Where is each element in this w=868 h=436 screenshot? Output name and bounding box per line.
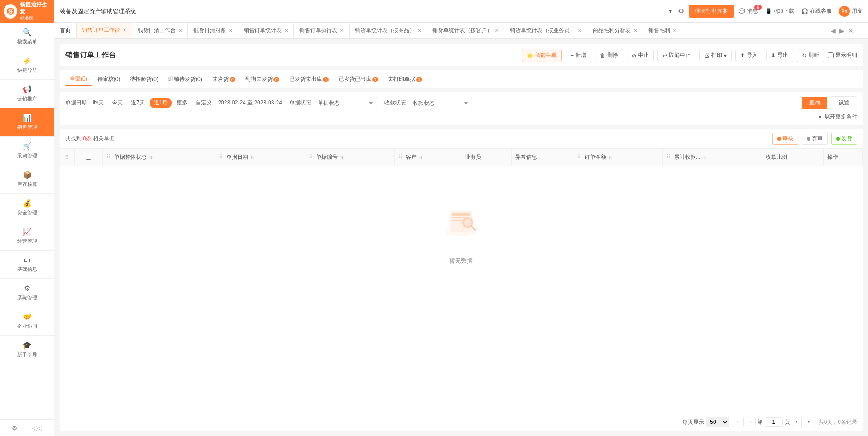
tab-margin[interactable]: 商品毛利分析表 ✕	[587, 23, 643, 39]
th-checkbox[interactable]	[74, 149, 103, 166]
tab-cash-daily[interactable]: 钱货日清工作台 ✕	[132, 23, 188, 39]
topbar-settings-icon[interactable]: ⚙	[678, 7, 684, 15]
tab-close-sales-profit[interactable]: ✕	[673, 28, 676, 33]
review-action-btn[interactable]: 审核	[772, 133, 798, 145]
sidebar-item-finance[interactable]: 💰 资金管理	[0, 194, 54, 222]
show-detail-input[interactable]	[828, 52, 834, 58]
tab-sales-profit[interactable]: 销售毛利 ✕	[643, 23, 682, 39]
tab-home[interactable]: 首页	[54, 23, 77, 39]
settings-footer-btn[interactable]: ⚙	[12, 424, 18, 431]
filter-payment-select[interactable]: 收款状态	[409, 97, 472, 109]
sidebar-item-guide[interactable]: 🎓 新手引导	[0, 336, 54, 364]
tabs-close-all-icon[interactable]: ✕	[847, 26, 854, 35]
tabs-fullscreen-icon[interactable]: ⛶	[856, 26, 864, 35]
filter-time-more[interactable]: 更多	[173, 98, 191, 108]
topbar-user[interactable]: Ea 用友	[839, 6, 863, 17]
sort-icon-date[interactable]: ⇅	[250, 155, 254, 160]
tabs-scroll-right-icon[interactable]: ▶	[839, 26, 845, 35]
topbar-online-service[interactable]: 🎧 在线客服	[801, 7, 832, 15]
print-button[interactable]: 🖨 打印 ▾	[699, 49, 732, 62]
sort-icon-received[interactable]: ⇅	[703, 155, 706, 160]
filter-expand-btn[interactable]: ▼ 展开更多条件	[817, 113, 857, 121]
tabs-scroll-left-icon[interactable]: ◀	[830, 26, 837, 35]
sidebar-item-operation[interactable]: 📈 经营管理	[0, 222, 54, 251]
tab-cash-verify[interactable]: 钱货日清对账 ✕	[188, 23, 238, 39]
delete-button[interactable]: 🗑 删除	[595, 49, 623, 62]
show-detail-checkbox[interactable]: 显示明细	[828, 52, 857, 59]
filter-time-yesterday[interactable]: 昨天	[90, 98, 107, 108]
tab-close-cash-verify[interactable]: ✕	[229, 28, 232, 33]
sub-tab-all[interactable]: 全部(0)	[65, 72, 92, 86]
sub-tab-shipped-out[interactable]: 已发货已出库0	[334, 73, 383, 86]
tab-sales-exec[interactable]: 销售订单执行表 ✕	[294, 23, 350, 39]
topbar-module-dropdown[interactable]: ▼	[668, 8, 673, 14]
filter-time-7days[interactable]: 近7天	[128, 98, 148, 108]
prev-page-btn[interactable]: ‹	[746, 417, 756, 427]
add-button[interactable]: + 新增	[566, 49, 591, 62]
tab-sales-product[interactable]: 销货单统计表（按商品） ✕	[350, 23, 427, 39]
page-size-select[interactable]: 50 10 20 100	[706, 417, 729, 427]
tab-close-sales-customer[interactable]: ✕	[495, 28, 499, 33]
tab-close-margin[interactable]: ✕	[633, 28, 637, 33]
page-input[interactable]	[765, 417, 783, 427]
filter-area: 单据日期 昨天 今天 近7天 近1月 更多 自定义 2023-02-24 至 2…	[60, 92, 863, 125]
industry-solution-button[interactable]: 体验行业方案	[689, 5, 734, 18]
sidebar-item-shortcut[interactable]: ⚡ 快捷导航	[0, 51, 54, 80]
tab-sales-staff[interactable]: 销货单统计表（按业务员） ✕	[504, 23, 587, 39]
sort-icon-number[interactable]: ⇅	[340, 155, 344, 160]
sub-tab-not-shipped[interactable]: 未发货0	[208, 73, 240, 86]
sub-tab-pending-review[interactable]: 待审核(0)	[93, 73, 125, 86]
tab-close-sales-order[interactable]: ✕	[123, 28, 126, 33]
sub-tab-not-printed[interactable]: 未打印单据0	[384, 73, 427, 86]
tab-close-sales-staff[interactable]: ✕	[578, 28, 581, 33]
tab-close-sales-stat[interactable]: ✕	[284, 28, 288, 33]
first-page-btn[interactable]: «	[733, 417, 744, 427]
refresh-button[interactable]: ↻ 刷新	[797, 49, 824, 62]
sidebar-item-system[interactable]: ⚙ 系统管理	[0, 279, 54, 307]
sidebar-item-marketing[interactable]: 📢 营销推广	[0, 80, 54, 108]
sidebar-item-search[interactable]: 🔍 搜索菜单	[0, 23, 54, 51]
sidebar-item-enterprise[interactable]: 🤝 企业协同	[0, 307, 54, 336]
topbar-message[interactable]: 💬 消息 6	[739, 7, 758, 15]
ship-action-btn[interactable]: 发货	[831, 133, 857, 145]
export-button[interactable]: ⬇ 导出	[766, 49, 793, 62]
sidebar-item-basic[interactable]: 🗂 基础信息	[0, 251, 54, 279]
last-page-btn[interactable]: »	[804, 417, 815, 427]
settings-button[interactable]: 设置	[831, 96, 857, 109]
page-suffix: 页	[785, 418, 790, 426]
smart-create-button[interactable]: ⭐ 智能生单	[522, 49, 562, 62]
collapse-footer-btn[interactable]: ◁◁	[32, 424, 42, 431]
sub-tab-expired-not-shipped[interactable]: 到期未发货0	[241, 73, 284, 86]
search-icon: 🔍	[23, 28, 32, 37]
topbar-app-download[interactable]: 📱 App下载	[765, 7, 794, 15]
sub-tabs: 全部(0) 待审核(0) 待拣验货(0) 旺铺待发货(0) 未发货0 到期未发货…	[60, 70, 863, 88]
filter-time-custom[interactable]: 自定义	[192, 98, 215, 108]
tab-sales-stat[interactable]: 销售订单统计表 ✕	[238, 23, 294, 39]
tab-close-sales-product[interactable]: ✕	[417, 28, 421, 33]
query-button[interactable]: 查询	[802, 97, 827, 109]
sort-icon-amount[interactable]: ⇅	[609, 155, 612, 160]
sidebar-item-purchase[interactable]: 🛒 采购管理	[0, 137, 54, 165]
import-button[interactable]: ⬆ 导入	[735, 49, 762, 62]
th-abnormal: 异常信息	[512, 149, 573, 166]
cancel-pause-button[interactable]: ↩ 取消中止	[657, 49, 695, 62]
sub-tab-wangpu-shipping[interactable]: 旺铺待发货(0)	[164, 73, 207, 86]
cancel-review-action-btn[interactable]: 弃审	[802, 133, 828, 145]
sidebar-item-sales[interactable]: 📊 销售管理	[0, 108, 54, 137]
sidebar-item-inventory[interactable]: 📦 库存核算	[0, 165, 54, 194]
select-all-checkbox[interactable]	[86, 154, 91, 160]
tab-close-cash-daily[interactable]: ✕	[178, 28, 182, 33]
sort-icon-customer[interactable]: ⇅	[419, 155, 422, 160]
sort-icon-status[interactable]: ⇅	[149, 155, 153, 160]
pause-button[interactable]: ⊘ 中止	[627, 49, 654, 62]
filter-status-select[interactable]: 单据状态	[314, 97, 377, 109]
sub-tab-pending-inspect[interactable]: 待拣验货(0)	[125, 73, 163, 86]
sub-tab-shipped-not-out[interactable]: 已发货未出库0	[285, 73, 333, 86]
tab-close-sales-exec[interactable]: ✕	[340, 28, 344, 33]
sidebar-item-label-purchase: 采购管理	[17, 152, 37, 159]
next-page-btn[interactable]: ›	[792, 417, 802, 427]
tab-sales-order[interactable]: 销售订单工作台 ✕	[77, 23, 132, 39]
tab-sales-customer[interactable]: 销货单统计表（按客户） ✕	[427, 23, 504, 39]
filter-time-today[interactable]: 今天	[109, 98, 126, 108]
filter-time-1month[interactable]: 近1月	[150, 98, 172, 108]
